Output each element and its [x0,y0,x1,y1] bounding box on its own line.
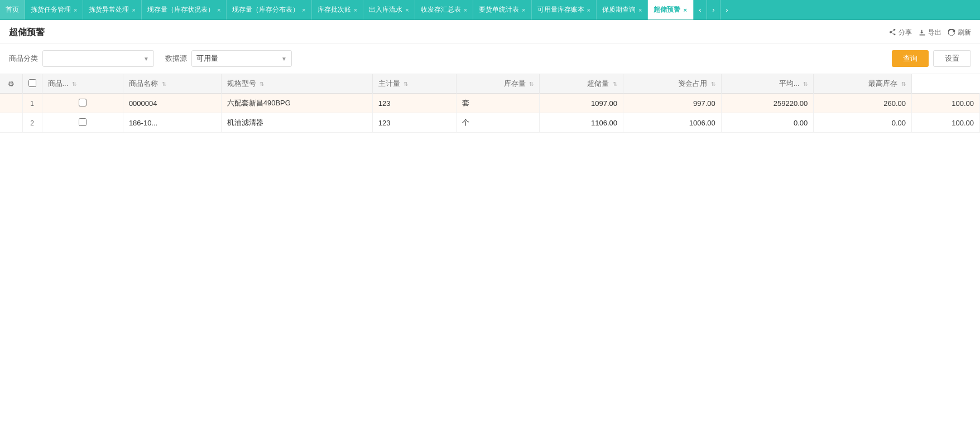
nav-arrow-right[interactable]: › [707,0,720,20]
share-button[interactable]: 分享 [889,28,912,37]
nav-item-order-stats[interactable]: 要货单统计表 × [473,0,531,20]
stock-cell: 1097.00 [540,94,623,113]
capital-col-header[interactable]: 资金占用 ⇅ [623,74,722,94]
close-icon[interactable]: × [302,7,305,13]
nav-item-overstock[interactable]: 超储预警 × [648,0,693,20]
header-actions: 分享 导出 刷新 [889,28,971,37]
select-all-checkbox[interactable] [28,79,36,87]
sort-icon: ⇅ [403,81,408,87]
close-icon[interactable]: × [638,7,642,13]
datasource-label: 数据源 [165,54,187,64]
gear-icon[interactable]: ⚙ [8,80,15,88]
sort-icon: ⇅ [162,81,166,87]
max-stock-col-header[interactable]: 最高库存 ⇅ [814,74,912,94]
table-row: 2 186-10... 机油滤清器 123 个 [0,113,980,133]
data-table: ⚙ 商品... ⇅ 商品名称 ⇅ 规格型号 ⇅ [0,74,980,133]
query-button[interactable]: 查询 [892,50,929,67]
max-stock-cell: 100.00 [912,94,980,113]
close-icon[interactable]: × [132,7,135,13]
share-icon [889,29,896,36]
table-container: ⚙ 商品... ⇅ 商品名称 ⇅ 规格型号 ⇅ [0,74,980,133]
close-icon[interactable]: × [683,7,686,13]
nav-item-expiry[interactable]: 保质期查询 × [597,0,648,20]
close-icon[interactable]: × [354,7,357,13]
nav-item-summary[interactable]: 收发存汇总表 × [415,0,473,20]
chevron-down-icon: ▼ [143,56,149,62]
checkbox-col-header [22,74,42,94]
close-icon[interactable]: × [74,7,77,13]
row-index: 2 [22,113,42,133]
export-icon [919,29,926,36]
avg-cell: 260.00 [814,94,912,113]
close-icon[interactable]: × [464,7,467,13]
capital-cell: 0.00 [721,113,813,133]
nav-item-flow[interactable]: 出入库流水 × [363,0,415,20]
row-select-cell [42,94,123,113]
table-row: 1 0000004 六配套新昌490BPG 123 套 [0,94,980,113]
close-icon[interactable]: × [217,7,220,13]
avg-col-header[interactable]: 平均... ⇅ [721,74,813,94]
refresh-icon [948,29,955,36]
overstock-col-header[interactable]: 超储量 ⇅ [540,74,623,94]
nav-item-stock-status[interactable]: 现存量（库存状况表） × [142,0,227,20]
export-button[interactable]: 导出 [919,28,941,37]
stock-col-header[interactable]: 库存量 ⇅ [456,74,540,94]
datasource-value: 可用量 [196,54,218,64]
spec-cell: 123 [372,113,456,133]
sort-icon: ⇅ [613,81,617,87]
row-checkbox[interactable] [79,99,87,106]
filter-row: 商品分类 ▼ 数据源 可用量 ▼ 查询 设置 [0,43,980,74]
product-name-col-header[interactable]: 商品名称 ⇅ [123,74,221,94]
sort-icon: ⇅ [901,81,906,87]
product-code-cell: 0000004 [123,94,221,113]
avg-cell: 0.00 [814,113,912,133]
nav-arrow-more[interactable]: › [720,0,733,20]
nav-item-available[interactable]: 可用量库存账本 × [532,0,597,20]
category-select[interactable]: ▼ [42,50,154,67]
datasource-filter-group: 数据源 可用量 ▼ [165,50,292,67]
filter-actions: 查询 设置 [892,50,971,67]
nav-arrow-left[interactable]: ‹ [693,0,707,20]
page-title: 超储预警 [9,27,45,38]
row-gear [0,113,22,133]
table-body: 1 0000004 六配套新昌490BPG 123 套 [0,94,980,133]
unit-cell: 个 [456,113,540,133]
close-icon[interactable]: × [405,7,409,13]
gear-col-header[interactable]: ⚙ [0,74,22,94]
chevron-down-icon: ▼ [281,56,287,62]
nav-item-home[interactable]: 首页 [0,0,25,20]
nav-item-exception[interactable]: 拣货异常处理 × [83,0,141,20]
product-code-cell: 186-10... [123,113,221,133]
top-nav: 首页 拣货任务管理 × 拣货异常处理 × 现存量（库存状况表） × 现存量（库存… [0,0,980,20]
row-select-cell [42,113,123,133]
spec-col-header[interactable]: 规格型号 ⇅ [221,74,372,94]
spec-cell: 123 [372,94,456,113]
max-stock-cell: 100.00 [912,113,980,133]
overstock-cell: 1006.00 [623,113,722,133]
settings-button[interactable]: 设置 [933,50,971,67]
datasource-select[interactable]: 可用量 ▼ [191,50,292,67]
unit-cell: 套 [456,94,540,113]
close-icon[interactable]: × [522,7,525,13]
category-filter-group: 商品分类 ▼ [9,50,154,67]
unit-col-header[interactable]: 主计量 ⇅ [372,74,456,94]
product-name-cell: 六配套新昌490BPG [221,94,372,113]
sort-icon: ⇅ [72,81,76,87]
sort-icon: ⇅ [803,81,808,87]
nav-item-stock-dist[interactable]: 现存量（库存分布表） × [227,0,311,20]
overstock-cell: 997.00 [623,94,722,113]
row-index: 1 [22,94,42,113]
sort-icon: ⇅ [260,81,264,87]
main-content: 超储预警 分享 导出 刷新 商品分类 ▼ 数据源 [0,20,980,446]
sort-icon: ⇅ [711,81,715,87]
category-label: 商品分类 [9,54,38,64]
product-code-col-header[interactable]: 商品... ⇅ [42,74,123,94]
row-checkbox[interactable] [79,118,87,126]
sort-icon: ⇅ [529,81,534,87]
refresh-button[interactable]: 刷新 [948,28,971,37]
capital-cell: 259220.00 [721,94,813,113]
nav-item-batch[interactable]: 库存批次账 × [312,0,363,20]
table-header: ⚙ 商品... ⇅ 商品名称 ⇅ 规格型号 ⇅ [0,74,980,94]
nav-item-task[interactable]: 拣货任务管理 × [25,0,83,20]
close-icon[interactable]: × [587,7,590,13]
